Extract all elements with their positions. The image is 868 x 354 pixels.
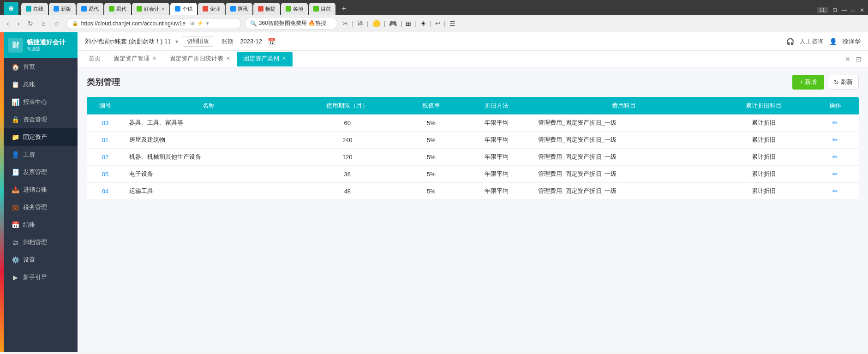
edit-icon[interactable]: ✏ xyxy=(832,119,838,126)
col-header-period: 使用期限（月） xyxy=(293,97,401,114)
switch-version-button[interactable]: 切到旧版 xyxy=(183,36,213,47)
search-bar[interactable]: 🔍 360智能抠图免费用 🔥热搜 xyxy=(245,17,337,30)
sidebar-item-home[interactable]: 🏠 首页 xyxy=(4,58,78,76)
cell-accumulated: 累计折旧 xyxy=(716,183,812,200)
browser-tab-geshuei[interactable]: 个税 xyxy=(170,3,197,15)
cell-name: 房屋及建筑物 xyxy=(124,132,293,149)
browser-tab-haokuaiji[interactable]: 好会计 ✕ xyxy=(132,3,169,15)
forward-button[interactable]: › xyxy=(15,19,22,28)
cell-expense: 管理费用_固定资产折旧_一级 xyxy=(533,149,716,166)
tab-close-category[interactable]: ✕ xyxy=(282,55,286,61)
col-header-accumulated: 累计折旧科目 xyxy=(716,97,812,114)
sidebar-item-settings[interactable]: ⚙️ 设置 xyxy=(4,251,78,269)
tab-home[interactable]: 首页 xyxy=(82,52,107,66)
close-window-icon[interactable]: ✕ xyxy=(860,7,864,13)
sidebar-item-ledger[interactable]: 📋 总账 xyxy=(4,76,78,93)
grid-icon[interactable]: ⊞ xyxy=(406,20,411,27)
add-button[interactable]: + 新增 xyxy=(792,75,824,90)
browser-tab-zaixin[interactable]: 在线 xyxy=(21,3,48,15)
cell-period: 36 xyxy=(293,166,401,183)
settings-icon[interactable]: ⊡ xyxy=(832,7,837,13)
tab-expand-icon[interactable]: ⊡ xyxy=(854,55,863,63)
edit-icon[interactable]: ✏ xyxy=(832,136,838,144)
edit-icon[interactable]: ✏ xyxy=(832,153,838,161)
menu-icon[interactable]: ☰ xyxy=(449,20,455,27)
sidebar-item-fixed-assets[interactable]: 📁 固定资产 xyxy=(4,128,78,146)
maximize-icon[interactable]: □ xyxy=(852,7,855,13)
sidebar-item-closing[interactable]: 📅 结账 xyxy=(4,216,78,234)
bookmark-button[interactable]: ☆ xyxy=(52,19,62,28)
cell-code: 03 xyxy=(87,114,124,132)
cell-rate: 5% xyxy=(401,149,461,166)
tab-asset-category[interactable]: 固定资产类别 ✕ xyxy=(237,52,293,66)
wallet-icon[interactable]: 🟡 xyxy=(372,20,380,27)
sidebar-item-tax[interactable]: 💼 税务管理 xyxy=(4,198,78,216)
page-title: 类别管理 xyxy=(87,77,120,88)
sidebar-item-salary[interactable]: 👤 工资 xyxy=(4,146,78,163)
brightness-icon[interactable]: ☀ xyxy=(420,20,426,27)
consult-label[interactable]: 人工咨询 xyxy=(800,37,824,46)
stock-icon: 📥 xyxy=(11,186,19,194)
cell-action[interactable]: ✏ xyxy=(812,166,859,183)
table-row: 01 房屋及建筑物 240 5% 年限平均 管理费用_固定资产折旧_一级 累计折… xyxy=(87,132,859,149)
sidebar-item-finance[interactable]: 🔒 资金管理 xyxy=(4,111,78,128)
finance-icon: 🔒 xyxy=(11,115,19,124)
tab-close-haokuaiji[interactable]: ✕ xyxy=(161,6,165,12)
cell-code: 05 xyxy=(87,166,124,183)
sidebar-item-invoice[interactable]: 🧾 发票管理 xyxy=(4,163,78,181)
sidebar-item-stock[interactable]: 📥 进销台账 xyxy=(4,181,78,198)
dropdown-icon[interactable]: ▾ xyxy=(175,38,178,45)
closing-icon: 📅 xyxy=(11,221,19,229)
cell-action[interactable]: ✏ xyxy=(812,149,859,166)
address-bar[interactable]: 🔒 https://cloud.chanjet.com/accounting/u… xyxy=(66,18,241,29)
game-icon[interactable]: 🎮 xyxy=(389,20,397,27)
calendar-icon[interactable]: 📅 xyxy=(268,38,275,45)
cell-method: 年限平均 xyxy=(461,183,533,200)
col-header-rate: 残值率 xyxy=(401,97,461,114)
sidebar-item-archive[interactable]: 🗂 归档管理 xyxy=(4,234,78,251)
period-value: 2023-12 xyxy=(240,38,262,45)
cell-action[interactable]: ✏ xyxy=(812,183,859,200)
cell-code: 01 xyxy=(87,132,124,149)
tab-fixed-asset-mgmt[interactable]: 固定资产管理 ✕ xyxy=(107,52,163,66)
browser-tab-gedi[interactable]: 各地 xyxy=(281,3,308,15)
table-row: 02 机器、机械和其他生产设备 120 5% 年限平均 管理费用_固定资产折旧_… xyxy=(87,149,859,166)
col-header-expense: 费用科目 xyxy=(533,97,716,114)
cell-expense: 管理费用_固定资产折旧_一级 xyxy=(533,183,716,200)
reload-button[interactable]: ↻ xyxy=(25,19,36,28)
tab-add-btn[interactable]: ＋ xyxy=(340,4,347,15)
tab-close-mgmt[interactable]: ✕ xyxy=(152,55,156,61)
undo-icon[interactable]: ↩ xyxy=(435,20,440,27)
cell-name: 器具、工具、家具等 xyxy=(124,114,293,132)
home-button[interactable]: ⌂ xyxy=(39,19,48,28)
edit-icon[interactable]: ✏ xyxy=(832,170,838,178)
cell-period: 120 xyxy=(293,149,401,166)
minimize-icon[interactable]: — xyxy=(842,7,847,13)
cell-action[interactable]: ✏ xyxy=(812,114,859,132)
tab-close-depreciation[interactable]: ✕ xyxy=(226,55,230,61)
translate-icon[interactable]: 译 xyxy=(357,19,363,28)
browser-tab-changjuan[interactable]: 畅提 xyxy=(253,3,280,15)
cell-rate: 5% xyxy=(401,114,461,132)
home-icon: 🏠 xyxy=(11,63,19,71)
username[interactable]: 徐泽华 xyxy=(843,37,861,46)
scissors-icon[interactable]: ✂ xyxy=(343,20,348,27)
tab-close-window[interactable]: ✕ xyxy=(841,55,854,63)
browser-tab-muqian[interactable]: 目前 xyxy=(309,3,335,15)
gear-icon: ⚙️ xyxy=(11,256,19,264)
browser-tab-yidai1[interactable]: 易代 xyxy=(77,3,103,15)
sidebar-item-guide[interactable]: ▶ 新手引导 xyxy=(4,269,78,286)
left-accent-bar xyxy=(0,32,4,352)
browser-tab-yidai2[interactable]: 易代 xyxy=(104,3,131,15)
cell-method: 年限平均 xyxy=(461,114,533,132)
cell-rate: 5% xyxy=(401,132,461,149)
tab-depreciation-table[interactable]: 固定资产折旧统计表 ✕ xyxy=(163,52,237,66)
browser-tab-xinban[interactable]: 新版 xyxy=(49,3,76,15)
browser-tab-tengxun[interactable]: 腾讯 xyxy=(226,3,252,15)
sidebar-item-reports[interactable]: 📊 报表中心 xyxy=(4,93,78,111)
refresh-button[interactable]: ↻ 刷新 xyxy=(828,75,859,90)
edit-icon[interactable]: ✏ xyxy=(832,187,838,195)
cell-action[interactable]: ✏ xyxy=(812,132,859,149)
back-button[interactable]: ‹ xyxy=(5,19,12,28)
browser-tab-qiye[interactable]: 企业 xyxy=(198,3,225,15)
